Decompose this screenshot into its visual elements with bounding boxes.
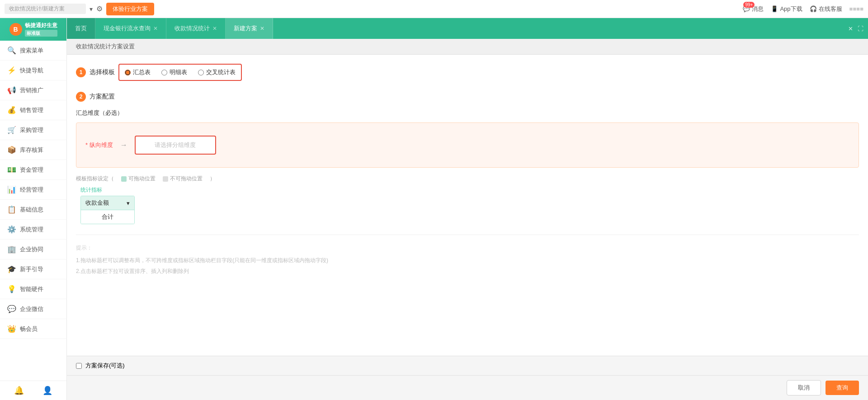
- breadcrumb: 收款情况统计/新建方案: [5, 4, 86, 14]
- service-label: 在线客服: [819, 5, 842, 13]
- option-detail-label: 明细表: [170, 68, 187, 76]
- sidebar-item-purchase[interactable]: 🛒 采购管理: [0, 120, 66, 140]
- tab-bank-flow-close[interactable]: ✕: [153, 25, 158, 32]
- tip1: 1.拖动标题栏可以调整布局，不可跨维度或指标区域拖动栏目字段(只能在同一维度或指…: [76, 255, 859, 266]
- sidebar-item-collab[interactable]: 🏢 企业协同: [0, 240, 66, 259]
- section2-num: 2: [76, 92, 86, 102]
- radio-cross[interactable]: [198, 70, 204, 75]
- window-close-icon[interactable]: ✕: [848, 25, 853, 32]
- sidebar-item-basics[interactable]: 📋 基础信息: [0, 200, 66, 220]
- radio-detail[interactable]: [161, 70, 167, 75]
- user-avatar: ■■■■: [849, 5, 863, 12]
- window-expand-icon[interactable]: ⛶: [858, 25, 863, 32]
- cancel-button[interactable]: 取消: [787, 380, 821, 395]
- sidebar-label-system: 系统管理: [20, 226, 43, 234]
- service-item[interactable]: 🎧 在线客服: [810, 5, 842, 13]
- tab-receipt-stats-close[interactable]: ✕: [212, 25, 217, 32]
- tab-new-plan-close[interactable]: ✕: [260, 25, 264, 32]
- download-item[interactable]: 📱 App下载: [771, 5, 802, 13]
- movable-badge: 可拖动位置: [121, 175, 156, 183]
- fixed-indicator-icon: [163, 176, 168, 182]
- option-cross[interactable]: 交叉统计表: [198, 68, 236, 76]
- sidebar-item-system[interactable]: ⚙️ 系统管理: [0, 220, 66, 240]
- sidebar-bottom-icon1[interactable]: 🔔: [14, 386, 24, 395]
- stats-header-dropdown-icon[interactable]: ▾: [127, 200, 130, 207]
- sidebar-label-purchase: 采购管理: [20, 126, 43, 134]
- indicators-label-prefix: 模板指标设定（: [76, 175, 114, 183]
- dimension-arrow: →: [120, 141, 127, 149]
- tab-bar: 首页 现金银行流水查询 ✕ 收款情况统计 ✕ 新建方案 ✕ ✕ ⛶: [67, 18, 868, 39]
- tips-area: 提示： 1.拖动标题栏可以调整布局，不可跨维度或指标区域拖动栏目字段(只能在同一…: [76, 235, 859, 277]
- download-label: App下载: [780, 5, 802, 13]
- member-icon: 👑: [7, 325, 16, 333]
- section1-num: 1: [76, 67, 86, 77]
- indicators-section: 模板指标设定（ 可拖动位置 不可拖动位置 ）: [76, 175, 859, 226]
- sidebar-label-basics: 基础信息: [20, 206, 43, 214]
- sidebar-label-collab: 企业协同: [20, 245, 43, 254]
- settings-icon[interactable]: ⚙: [96, 5, 103, 13]
- movable-indicator-icon: [121, 176, 127, 182]
- tab-bank-flow[interactable]: 现金银行流水查询 ✕: [95, 18, 166, 39]
- stats-header[interactable]: 收款金额 ▾: [81, 196, 134, 210]
- sales-icon: 💰: [7, 106, 16, 114]
- sidebar-logo: B 畅捷通好生意 标准版: [0, 18, 66, 41]
- tab-receipt-stats[interactable]: 收款情况统计 ✕: [166, 18, 226, 39]
- download-icon: 📱: [771, 5, 778, 12]
- industry-btn[interactable]: 体验行业方案: [106, 3, 154, 15]
- form-area: 1 选择模板 汇总表 明细表: [67, 55, 868, 356]
- sidebar-item-sales[interactable]: 💰 销售管理: [0, 100, 66, 120]
- guide-icon: 🎓: [7, 265, 16, 273]
- sidebar-item-hardware[interactable]: 💡 智能硬件: [0, 279, 66, 299]
- logo-tag: 标准版: [25, 30, 57, 37]
- radio-summary[interactable]: [125, 70, 131, 75]
- logo-text: 畅捷通好生意 标准版: [25, 22, 57, 37]
- option-detail[interactable]: 明细表: [161, 68, 187, 76]
- sidebar-item-quicknav[interactable]: ⚡ 快捷导航: [0, 61, 66, 80]
- sidebar-item-marketing[interactable]: 📢 营销推广: [0, 80, 66, 100]
- section1-title: 选择模板: [90, 68, 115, 76]
- service-icon: 🎧: [810, 5, 817, 12]
- content-area: 首页 现金银行流水查询 ✕ 收款情况统计 ✕ 新建方案 ✕ ✕ ⛶: [67, 18, 868, 400]
- section2-title: 方案配置: [90, 93, 115, 101]
- sidebar-item-member[interactable]: 👑 畅会员: [0, 319, 66, 339]
- wechat-icon: 💬: [7, 305, 16, 313]
- sidebar-item-operations[interactable]: 📊 经营管理: [0, 180, 66, 200]
- section1-header: 1 选择模板 汇总表 明细表: [76, 64, 859, 81]
- finance-icon: 💵: [7, 165, 16, 174]
- bottom-save: 方案保存(可选): [67, 356, 868, 375]
- dimension-config: 汇总维度（必选） * 纵向维度 → 请选择分组维度: [76, 109, 859, 168]
- sidebar-item-inventory[interactable]: 📦 库存核算: [0, 140, 66, 160]
- stats-header-label: 收款金额: [85, 199, 109, 207]
- dimension-placeholder[interactable]: 请选择分组维度: [135, 136, 216, 155]
- message-badge: 99+: [743, 2, 755, 8]
- page-title: 收款情况统计方案设置: [76, 43, 135, 50]
- sidebar-bottom-icon2[interactable]: 👤: [42, 386, 52, 395]
- logo-icon: B: [9, 23, 22, 36]
- save-checkbox[interactable]: [76, 363, 82, 369]
- search-icon: 🔍: [7, 46, 16, 55]
- logo-abbr: B: [13, 26, 18, 33]
- sidebar-item-guide[interactable]: 🎓 新手引导: [0, 259, 66, 279]
- stats-table: 收款金额 ▾ 合计: [80, 196, 135, 224]
- sidebar-item-search[interactable]: 🔍 搜索菜单: [0, 41, 66, 61]
- breadcrumb-dropdown-icon[interactable]: ▾: [90, 5, 93, 13]
- tab-new-plan[interactable]: 新建方案 ✕: [226, 18, 273, 39]
- quicknav-icon: ⚡: [7, 66, 16, 75]
- tab-receipt-stats-label: 收款情况统计: [175, 24, 210, 33]
- sidebar-item-wechat[interactable]: 💬 企业微信: [0, 299, 66, 319]
- option-summary[interactable]: 汇总表: [125, 68, 151, 76]
- message-item[interactable]: 💬 99+ 消息: [743, 5, 764, 13]
- tab-spacer: [273, 18, 844, 39]
- sidebar-item-finance[interactable]: 💵 资金管理: [0, 160, 66, 180]
- basics-icon: 📋: [7, 205, 16, 214]
- section2-header: 2 方案配置: [76, 92, 859, 102]
- sidebar: B 畅捷通好生意 标准版 🔍 搜索菜单 ⚡ 快捷导航 📢 营销推广 💰 销售管理…: [0, 18, 67, 400]
- user-info[interactable]: ■■■■: [849, 5, 863, 12]
- template-section: 1 选择模板 汇总表 明细表: [76, 64, 859, 81]
- hardware-icon: 💡: [7, 285, 16, 293]
- indicators-config-label: 模板指标设定（ 可拖动位置 不可拖动位置 ）: [76, 175, 859, 183]
- purchase-icon: 🛒: [7, 126, 16, 134]
- query-button[interactable]: 查询: [826, 381, 859, 395]
- tab-home[interactable]: 首页: [67, 18, 95, 39]
- page-content: 收款情况统计方案设置 1 选择模板 汇总表: [67, 39, 868, 400]
